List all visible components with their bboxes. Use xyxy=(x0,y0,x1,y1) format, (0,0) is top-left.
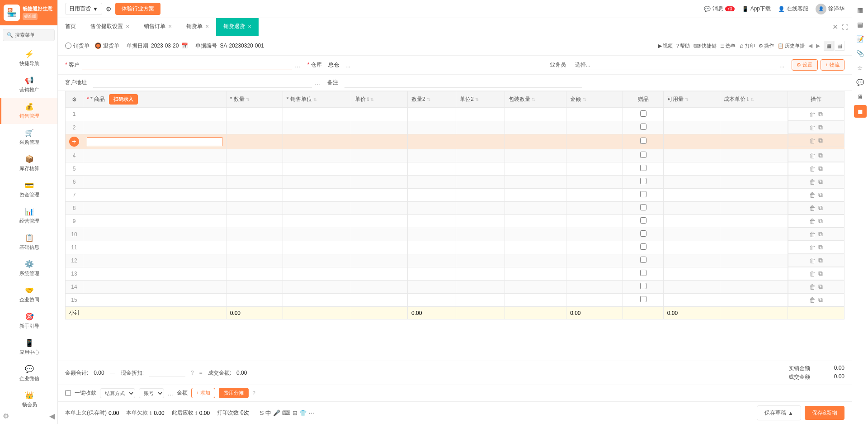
save-draft-btn[interactable]: 保存草稿 ▲ xyxy=(757,405,801,420)
delete-icon[interactable]: 🗑 xyxy=(809,191,816,199)
pkg-cell[interactable] xyxy=(505,121,566,134)
sort-unit2-icon[interactable]: ⇅ xyxy=(475,97,479,102)
unit2-cell[interactable] xyxy=(456,267,505,280)
gift-cell[interactable] xyxy=(623,254,663,267)
copy-icon[interactable]: ⧉ xyxy=(818,243,823,251)
pkg-cell[interactable] xyxy=(505,241,566,254)
unit-cell[interactable] xyxy=(283,293,351,307)
product-cell[interactable] xyxy=(83,162,226,175)
amount-cell[interactable] xyxy=(566,108,623,121)
price-cell[interactable] xyxy=(351,162,407,175)
close-tab-icon[interactable]: ✕ xyxy=(832,23,838,31)
price-cell[interactable] xyxy=(351,254,407,267)
tab-close-sales-order[interactable]: ✕ xyxy=(168,24,172,29)
gift-cell[interactable] xyxy=(623,228,663,241)
available-cell[interactable] xyxy=(663,201,720,214)
qty2-cell[interactable] xyxy=(407,241,456,254)
cost-price-cell[interactable] xyxy=(720,108,788,121)
amount-cell[interactable] xyxy=(566,267,623,280)
unit2-cell[interactable] xyxy=(456,280,505,293)
sidebar-item-inventory[interactable]: 📦 库存核算 xyxy=(0,150,57,176)
available-cell[interactable] xyxy=(663,293,720,307)
pkg-cell[interactable] xyxy=(505,280,566,293)
help-payment-icon[interactable]: ? xyxy=(252,390,255,396)
amount-cell[interactable] xyxy=(566,149,623,162)
product-cell[interactable] xyxy=(83,228,226,241)
discount-input[interactable] xyxy=(149,370,185,376)
right-panel-attach[interactable]: 📎 xyxy=(854,47,867,60)
copy-icon[interactable]: ⧉ xyxy=(818,191,823,199)
price-cell[interactable] xyxy=(351,267,407,280)
product-cell[interactable] xyxy=(83,175,226,188)
salesperson-input[interactable] xyxy=(572,60,777,70)
unit-cell[interactable] xyxy=(283,121,351,134)
unit2-cell[interactable] xyxy=(456,254,505,267)
unit-cell[interactable] xyxy=(283,134,351,149)
copy-icon[interactable]: ⧉ xyxy=(818,110,823,118)
gift-cell[interactable] xyxy=(623,293,663,307)
gift-cell[interactable] xyxy=(623,108,663,121)
price-cell[interactable] xyxy=(351,108,407,121)
gift-cell[interactable] xyxy=(623,280,663,293)
unit-cell[interactable] xyxy=(283,228,351,241)
quantity-cell[interactable] xyxy=(226,254,283,267)
unit-cell[interactable] xyxy=(283,149,351,162)
sidebar-item-member[interactable]: 👑 畅会员 xyxy=(0,386,57,408)
delete-icon[interactable]: 🗑 xyxy=(809,270,816,277)
qty2-cell[interactable] xyxy=(407,134,456,149)
copy-icon[interactable]: ⧉ xyxy=(818,283,823,291)
tab-sales-delivery[interactable]: 销货单 ✕ xyxy=(179,18,216,36)
pkg-cell[interactable] xyxy=(505,228,566,241)
quantity-cell[interactable] xyxy=(226,175,283,188)
quantity-cell[interactable] xyxy=(226,108,283,121)
shortcuts-link[interactable]: ⌨ 快捷键 xyxy=(693,43,717,49)
unit2-cell[interactable] xyxy=(456,134,505,149)
amount-cell[interactable] xyxy=(566,293,623,307)
pkg-cell[interactable] xyxy=(505,201,566,214)
price-cell[interactable] xyxy=(351,121,407,134)
qty2-cell[interactable] xyxy=(407,175,456,188)
qty2-cell[interactable] xyxy=(407,162,456,175)
qty2-cell[interactable] xyxy=(407,228,456,241)
gift-cell[interactable] xyxy=(623,267,663,280)
cost-price-cell[interactable] xyxy=(720,175,788,188)
quantity-cell[interactable] xyxy=(226,280,283,293)
amount-cell[interactable] xyxy=(566,121,623,134)
sort-qty2-icon[interactable]: ⇅ xyxy=(427,97,430,102)
quantity-cell[interactable] xyxy=(226,293,283,307)
app-download-item[interactable]: 📱 App下载 xyxy=(742,5,771,13)
sidebar-item-shortcuts[interactable]: ⚡ 快捷导航 xyxy=(0,45,57,71)
price-cell[interactable] xyxy=(351,228,407,241)
user-profile[interactable]: 👤 徐泽华 xyxy=(816,4,844,14)
amount-cell[interactable] xyxy=(566,280,623,293)
pkg-cell[interactable] xyxy=(505,293,566,307)
right-panel-chat[interactable]: 💬 xyxy=(854,76,867,89)
cost-price-cell[interactable] xyxy=(720,241,788,254)
unit2-cell[interactable] xyxy=(456,149,505,162)
message-item[interactable]: 💬 消息 70 xyxy=(704,5,735,13)
video-link[interactable]: ▶ 视频 xyxy=(658,43,673,49)
copy-icon[interactable]: ⧉ xyxy=(818,137,823,144)
online-service-item[interactable]: 👤 在线客服 xyxy=(778,5,808,13)
pkg-cell[interactable] xyxy=(505,134,566,149)
right-panel-star[interactable]: ☆ xyxy=(854,62,867,74)
qty2-cell[interactable] xyxy=(407,293,456,307)
quantity-cell[interactable] xyxy=(226,188,283,201)
qty2-cell[interactable] xyxy=(407,214,456,228)
delete-icon[interactable]: 🗑 xyxy=(809,111,816,118)
product-cell[interactable] xyxy=(83,254,226,267)
gift-cell[interactable] xyxy=(623,214,663,228)
salesperson-dots[interactable]: ... xyxy=(779,62,785,69)
delete-icon[interactable]: 🗑 xyxy=(809,244,816,251)
receivable-info-icon[interactable]: ℹ xyxy=(195,410,198,416)
next-record-icon[interactable]: ▶ xyxy=(816,43,820,49)
unit-cell[interactable] xyxy=(283,267,351,280)
cost-price-cell[interactable] xyxy=(720,228,788,241)
quantity-cell[interactable] xyxy=(226,267,283,280)
available-cell[interactable] xyxy=(663,121,720,134)
topbar-settings-icon[interactable]: ⚙ xyxy=(106,5,112,13)
unit2-cell[interactable] xyxy=(456,241,505,254)
available-cell[interactable] xyxy=(663,241,720,254)
radio-sales-delivery[interactable]: 销货单 xyxy=(65,42,90,50)
cost-price-cell[interactable] xyxy=(720,280,788,293)
